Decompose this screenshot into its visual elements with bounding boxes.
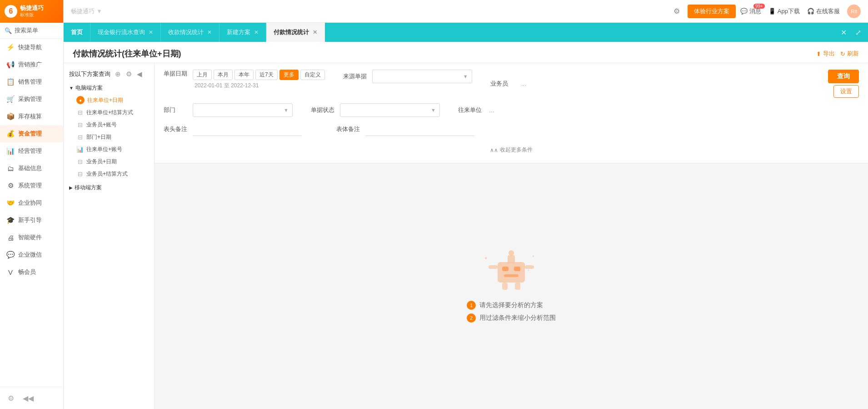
date-btn-custom[interactable]: 自定义	[300, 70, 325, 80]
salesman-dots[interactable]: ...	[519, 80, 529, 87]
scheme-item-partner-account[interactable]: 📊 往来单位+账号	[64, 143, 154, 156]
sidebar-settings-btn[interactable]: ⚙	[5, 392, 17, 404]
logo-icon: 6	[5, 5, 17, 18]
sidebar-item-label: 资金管理	[18, 130, 42, 138]
trial-btn[interactable]: 体验行业方案	[688, 5, 736, 18]
scheme-group-mobile-title[interactable]: ▶ 移动端方案	[64, 182, 154, 193]
search-icon: 🔍	[5, 27, 12, 34]
sidebar-item-member[interactable]: V 畅会员	[0, 263, 63, 281]
tab-payment-stat[interactable]: 付款情况统计 ✕	[266, 23, 325, 42]
scheme-add-btn[interactable]: ⊕	[113, 70, 122, 79]
search-menu[interactable]: 🔍 搜索菜单	[0, 23, 63, 39]
date-btn-this-month[interactable]: 本月	[214, 70, 233, 80]
partner-dots[interactable]: ...	[487, 106, 496, 114]
collab-icon: 🤝	[6, 199, 15, 207]
guide-icon: 🎓	[6, 216, 15, 224]
scheme-settings-btn[interactable]: ⚙	[124, 70, 133, 79]
tab-receivable[interactable]: 收款情况统计 ✕	[161, 23, 219, 42]
user-avatar[interactable]: Rit	[847, 5, 861, 18]
scheme-table-icon5: ⊟	[76, 171, 84, 178]
svg-rect-1	[502, 267, 509, 271]
scheme-collapse-btn[interactable]: ◀	[135, 70, 144, 79]
scheme-active-dot: ●	[76, 96, 85, 104]
collapse-btn-label: 收起更多条件	[500, 146, 533, 154]
date-btn-7days[interactable]: 近7天	[255, 70, 278, 80]
tab-home[interactable]: 首页	[64, 23, 90, 42]
date-btn-more[interactable]: 更多	[279, 70, 299, 80]
sidebar-item-label: 企业微信	[18, 251, 42, 259]
scheme-item-salesman-account[interactable]: ⊟ 业务员+账号	[64, 119, 154, 131]
tab-cashflow-close[interactable]: ✕	[149, 29, 153, 35]
export-icon: ⬆	[816, 50, 821, 57]
scheme-group-desktop-title[interactable]: ▼ 电脑端方案	[64, 82, 154, 94]
sidebar-item-finance[interactable]: 💰 资金管理	[0, 125, 63, 142]
sidebar-item-quick-nav[interactable]: ⚡ 快捷导航	[0, 39, 63, 56]
message-btn[interactable]: 💬 消息 99+	[740, 7, 761, 15]
scheme-item-salesman-settle[interactable]: ⊟ 业务员+结算方式	[64, 168, 154, 180]
body-note-input[interactable]	[365, 122, 474, 136]
sales-icon: 📋	[6, 78, 15, 86]
sidebar-item-wechat[interactable]: 💬 企业微信	[0, 246, 63, 263]
tab-close-btn[interactable]: ✕	[838, 27, 849, 38]
dept-select[interactable]: ▼	[193, 103, 293, 117]
sidebar-item-collab[interactable]: 🤝 企业协同	[0, 194, 63, 212]
purchase-icon: 🛒	[6, 95, 15, 103]
sidebar-item-system[interactable]: ⚙ 系统管理	[0, 177, 63, 194]
dept-select-arrow: ▼	[284, 107, 289, 113]
tab-expand-btn[interactable]: ⤢	[853, 27, 863, 38]
scheme-bar-icon: 📊	[76, 146, 84, 153]
breadcrumb: 畅捷通巧 ▼	[71, 7, 666, 15]
date-btn-last-month[interactable]: 上月	[193, 70, 212, 80]
svg-text:✦: ✦	[484, 256, 488, 261]
breadcrumb-text: 畅捷通巧	[71, 7, 95, 15]
status-select[interactable]: ▼	[340, 103, 440, 117]
source-select-arrow: ▼	[463, 74, 468, 79]
dept-label: 部门	[164, 106, 189, 114]
sidebar-item-guide[interactable]: 🎓 新手引导	[0, 212, 63, 229]
query-btn[interactable]: 查询	[828, 70, 859, 83]
body-note-label: 表体备注	[336, 125, 362, 133]
scheme-item-salesman-account-label: 业务员+账号	[86, 121, 117, 129]
date-buttons-group: 上月 本月 本年 近7天 更多 自定义	[193, 70, 325, 80]
system-icon: ⚙	[6, 182, 15, 190]
tab-new-scheme[interactable]: 新建方案 ✕	[219, 23, 266, 42]
tab-payment-stat-close[interactable]: ✕	[313, 29, 317, 35]
scheme-item-dept-date[interactable]: ⊟ 部门+日期	[64, 131, 154, 143]
sidebar-item-purchase[interactable]: 🛒 采购管理	[0, 91, 63, 108]
app-download-btn[interactable]: 📱 App下载	[768, 7, 800, 15]
scheme-item-partner-date[interactable]: ● 往来单位+日期	[64, 94, 154, 106]
refresh-btn[interactable]: ↻ 刷新	[840, 50, 859, 58]
topbar-settings-icon[interactable]: ⚙	[670, 5, 683, 18]
status-label: 单据状态	[311, 106, 336, 114]
refresh-label: 刷新	[847, 50, 859, 58]
export-btn[interactable]: ⬆ 导出	[816, 50, 835, 58]
sidebar-item-label: 系统管理	[18, 182, 42, 190]
sidebar-item-label: 新手引导	[18, 216, 42, 224]
tab-receivable-close[interactable]: ✕	[207, 29, 212, 35]
sidebar-item-sales[interactable]: 📋 销售管理	[0, 73, 63, 91]
source-label: 来源单据	[343, 72, 369, 81]
export-label: 导出	[823, 50, 835, 58]
sidebar-collapse-btn[interactable]: ◀◀	[22, 392, 35, 404]
collapse-conditions-btn[interactable]: ∧∧ 收起更多条件	[483, 143, 540, 157]
sidebar-item-operation[interactable]: 📊 经营管理	[0, 142, 63, 160]
scheme-item-salesman-date[interactable]: ⊟ 业务员+日期	[64, 156, 154, 168]
filter-settings-btn[interactable]: 设置	[833, 85, 859, 98]
quick-nav-icon: ⚡	[6, 43, 15, 51]
tab-new-scheme-close[interactable]: ✕	[254, 29, 259, 35]
note-input[interactable]	[193, 122, 302, 136]
empty-svg: ✦ ✦ ✦	[484, 246, 539, 292]
sidebar-item-basic[interactable]: 🗂 基础信息	[0, 160, 63, 177]
result-area: ✦ ✦ ✦ 1 请先选择要分析的方案 2 用过滤条件来缩小分析范围	[155, 163, 868, 409]
date-btn-this-year[interactable]: 本年	[234, 70, 254, 80]
source-select[interactable]: ▼	[372, 70, 472, 83]
sidebar-item-inventory[interactable]: 📦 库存核算	[0, 108, 63, 125]
online-service-btn[interactable]: 🎧 在线客服	[807, 7, 840, 15]
sidebar-item-marketing[interactable]: 📢 营销推广	[0, 56, 63, 73]
tab-cashflow[interactable]: 现金银行流水查询 ✕	[90, 23, 161, 42]
refresh-icon: ↻	[840, 50, 845, 57]
svg-rect-2	[514, 267, 520, 271]
scheme-item-partner-settle[interactable]: ⊟ 往来单位+结算方式	[64, 106, 154, 119]
sidebar-item-smart[interactable]: 🖨 智能硬件	[0, 229, 63, 246]
empty-step-1: 1 请先选择要分析的方案	[467, 301, 556, 310]
